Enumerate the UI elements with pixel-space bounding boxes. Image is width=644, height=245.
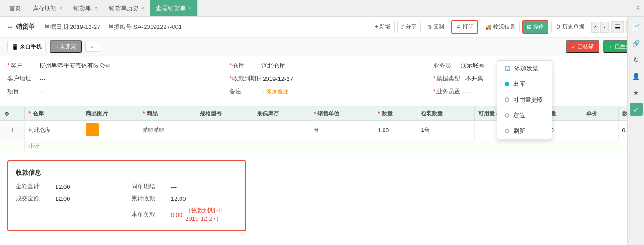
tab-sales-history[interactable]: 销货单历史 × [103,0,150,16]
print-icon: 🖨 [456,24,461,30]
menu-item-add-invoice[interactable]: ☑ 添加发票 [497,61,552,76]
col-settings: ⚙ [0,107,25,121]
customer-label: 客户 [11,62,23,69]
radio-dot-locate [505,113,509,118]
share-icon: ⤴ [401,24,404,30]
due-date-group: *收款到期日 2019-12-27 [229,74,433,83]
doc-actions: + 新增 ⤴ 分享 ⧉ 复制 🖨 打印 🚚 物流信息 ⊞ 操作 ⏱ [371,20,637,34]
menu-item-available-qty[interactable]: 可用量提取 [497,92,552,108]
new-button[interactable]: + 新增 [371,21,395,33]
payment-grid: 金额合计 12.00 同单现结 --- 成交金额 12.00 累计收款 12.0… [16,182,238,223]
payment-cumulative: 累计收款 12.00 [131,194,238,203]
project-label: 项目 [7,87,40,96]
tab-close-inventory[interactable]: × [59,6,62,11]
next-button[interactable]: › [600,22,609,33]
note-label: 备注 [229,87,261,96]
sidebar-refresh-icon[interactable]: ↻ [630,53,643,66]
cell-package-qty: 1台 [417,121,474,140]
sidebar-expand-icon[interactable]: ⤢ [630,103,643,116]
subtotal-label: 小计 [25,140,644,153]
same-order-value: --- [171,183,177,190]
menu-item-refresh[interactable]: 刷新 [497,123,552,139]
radio-dot-refresh [505,129,509,133]
tab-home[interactable]: 首页 [4,0,27,16]
col-product-image: 商品图片 [82,107,139,121]
truck-icon: 🚚 [485,24,492,30]
balance-label: 本单欠款 [131,211,168,219]
cell-row-num: 1 [0,121,25,140]
add-invoice-label: 添加发票 [514,64,538,73]
same-order-label: 同单现结 [131,182,168,191]
note-group: 备注 添加备注 [229,87,433,96]
cell-sales-unit: 台 [310,121,374,140]
tab-sales-order[interactable]: 销货单 × [68,0,103,16]
warehouse-label: 仓库 [232,62,244,69]
cell-warehouse: 河北仓库 [25,121,82,140]
sidebar-star-icon[interactable]: ★ [630,86,643,99]
tab-inventory-init[interactable]: 库存期初 × [27,0,68,16]
menu-item-locate[interactable]: 定位 [497,108,552,123]
transaction-label: 成交金额 [16,194,52,203]
share-button[interactable]: ⤴ 分享 [397,21,421,33]
cell-min-stock [253,121,310,140]
cell-product-image [82,121,139,140]
prev-button[interactable]: ‹ [591,22,599,33]
add-note-button[interactable]: 添加备注 [261,88,288,96]
phone-icon: 📱 [11,44,18,50]
doc-type-icon: ↩ [7,23,13,31]
window-close-button[interactable]: × [635,3,640,13]
radio-dot-outbound [505,82,509,86]
payment-title: 收款信息 [16,169,238,177]
cumulative-value: 12.00 [171,195,186,202]
warehouse-value: 河北仓库 [261,62,353,70]
check-button[interactable]: ✓ [85,42,100,52]
sold-button[interactable]: ✓ 已核销 [566,40,599,53]
right-sidebar: 📄 🔗 ↻ 👤 ★ ⤢ [627,17,644,245]
col-product: 商品 [139,107,196,121]
ticket-type-label: 票据类型 [436,75,460,82]
doc-date-item: 单据日期 2019-12-27 [44,23,101,31]
customer-group: *客户 柳州粤港平安气体有限公司 [7,62,211,70]
dropdown-menu: ☑ 添加发票 出库 可用量提取 定位 刷新 [497,60,552,139]
nav-arrows: ‹ › [591,22,609,33]
tab-close-view[interactable]: × [188,6,191,11]
tab-view-sales-order[interactable]: 查看销货单 × [150,0,197,16]
subtotal-row: 小计 [0,140,644,153]
sales-rep-label: 业务员孟 [436,88,460,95]
col-spec: 规格型号 [196,107,253,121]
col-quantity: 数量 [374,107,417,121]
col-package-qty: 包装数量 [417,107,474,121]
tab-close-sales[interactable]: × [94,6,97,11]
tab-close-history[interactable]: × [141,6,144,11]
ticket-icon: ○ [55,44,58,50]
history-icon: ⏱ [555,24,561,30]
warehouse-group: *仓库 河北仓库 [229,62,433,70]
from-phone-button[interactable]: 📱 来自手机 [7,41,46,52]
sidebar-person-icon[interactable]: 👤 [630,70,643,83]
cumulative-label: 累计收款 [131,194,168,203]
copy-button[interactable]: ⧉ 复制 [424,21,448,33]
sidebar-doc-icon[interactable]: 📄 [630,20,643,33]
transaction-value: 12.00 [55,195,70,202]
outbound-label: 出库 [513,80,525,88]
balance-note: （收款到期日: 2019-12-27） [185,206,238,223]
status-row: 📱 来自手机 ○ 未开票 ✓ ✓ 已核销 ✓ 已生效 [0,38,644,56]
logistics-button[interactable]: 🚚 物流信息 [481,21,520,33]
payment-total: 金额合计 12.00 [16,182,122,191]
project-value: --- [40,88,131,95]
not-open-ticket-button[interactable]: ○ 未开票 [50,40,82,53]
sidebar-link-icon[interactable]: 🔗 [630,37,643,50]
doc-date-label: 单据日期 [44,23,68,31]
print-button[interactable]: 🖨 打印 [451,20,478,34]
tab-bar: 首页 库存期初 × 销货单 × 销货单历史 × 查看销货单 × × [0,0,644,17]
col-warehouse: 仓库 [25,107,82,121]
doc-number-item: 单据编号 SA-20191227-001 [108,23,182,31]
menu-item-outbound[interactable]: 出库 [497,76,552,92]
history-button[interactable]: ⏱ 历史单据 [551,21,588,33]
list-view-button[interactable]: ☰ [611,21,624,33]
operate-button[interactable]: ⊞ 操作 [522,20,548,34]
cell-unit-price [582,121,618,140]
cell-spec [196,121,253,140]
payment-same-order: 同单现结 --- [131,182,238,191]
checkbox-icon: ☑ [505,65,511,72]
